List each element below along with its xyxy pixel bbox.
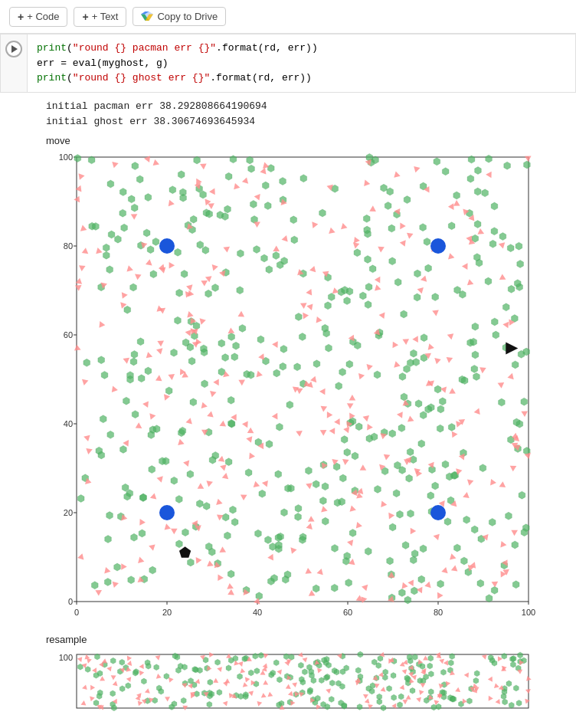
resample-label: resample [0, 631, 576, 647]
main-plot-canvas [46, 149, 536, 625]
run-circle[interactable] [5, 41, 22, 57]
code-cell: print("round {} pacman err {}".format(rd… [0, 34, 576, 93]
output-line-1: initial pacman err 38.292808664190694 [46, 99, 564, 115]
toolbar: + + Code + + Text Copy to Drive [0, 0, 576, 34]
run-button-area[interactable] [1, 34, 28, 92]
output-area: initial pacman err 38.292808664190694 in… [0, 93, 576, 134]
code-line-2: err = eval(myghost, g) [37, 56, 566, 71]
copy-to-drive-button[interactable]: Copy to Drive [133, 7, 226, 26]
resample-plot-container [0, 647, 576, 728]
main-plot-container [0, 149, 576, 631]
code-area[interactable]: print("round {} pacman err {}".format(rd… [28, 34, 575, 92]
add-text-button[interactable]: + + Text [74, 7, 126, 27]
run-triangle-icon [11, 45, 18, 53]
code-line-3: print("round {} ghost err {}".format(rd,… [37, 71, 566, 86]
add-code-label: + Code [27, 11, 59, 22]
add-text-label: + Text [92, 11, 119, 22]
plus-icon: + [18, 11, 24, 23]
plus-icon-text: + [82, 11, 88, 23]
move-label: move [0, 133, 576, 149]
output-line-2: initial ghost err 38.30674693645934 [46, 114, 564, 130]
copy-drive-label: Copy to Drive [157, 11, 218, 22]
drive-icon [141, 11, 153, 22]
code-line-1: print("round {} pacman err {}".format(rd… [37, 41, 566, 56]
resample-plot-canvas [46, 647, 536, 723]
add-code-button[interactable]: + + Code [9, 7, 67, 27]
